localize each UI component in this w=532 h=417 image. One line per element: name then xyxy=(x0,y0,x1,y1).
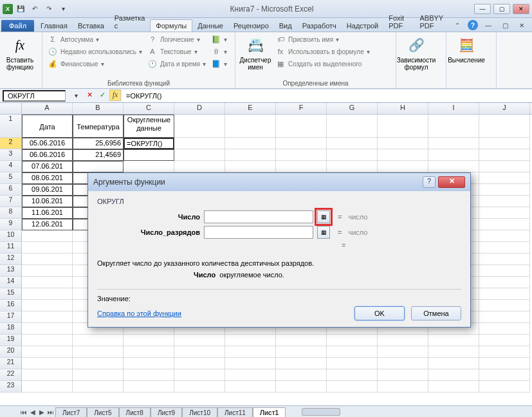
cell[interactable] xyxy=(22,346,73,358)
cell[interactable]: =ОКРУГЛ() xyxy=(124,138,174,149)
cell[interactable]: 21,4569 xyxy=(73,149,124,161)
cancel-formula-button[interactable]: ✕ xyxy=(84,89,95,101)
cell[interactable]: Дата xyxy=(22,115,73,138)
cell[interactable] xyxy=(378,335,428,346)
col-header[interactable]: I xyxy=(428,103,479,114)
cell[interactable] xyxy=(378,115,428,138)
col-header[interactable]: F xyxy=(276,103,327,114)
tab-abbyy[interactable]: ABBYY PDF xyxy=(414,12,451,32)
row-header[interactable]: 21 xyxy=(0,358,22,369)
cell[interactable] xyxy=(174,149,225,161)
cell[interactable] xyxy=(22,358,73,369)
cell[interactable] xyxy=(22,288,73,300)
cell[interactable] xyxy=(428,358,479,369)
cell[interactable] xyxy=(22,381,73,393)
cell[interactable] xyxy=(479,335,530,346)
cell[interactable] xyxy=(124,335,174,346)
cell[interactable] xyxy=(479,207,530,219)
arg2-input[interactable] xyxy=(204,226,313,239)
sheet-tab[interactable]: Лист9 xyxy=(151,407,182,418)
cell[interactable] xyxy=(22,369,73,381)
cell[interactable] xyxy=(378,138,428,149)
sheet-nav-last[interactable]: ⏭ xyxy=(46,409,55,416)
row-header[interactable]: 11 xyxy=(0,242,22,254)
cell[interactable] xyxy=(479,184,530,196)
cell[interactable] xyxy=(479,311,530,323)
row-header[interactable]: 18 xyxy=(0,323,22,335)
cell[interactable] xyxy=(73,381,124,393)
cell[interactable] xyxy=(378,358,428,369)
cell[interactable] xyxy=(73,346,124,358)
cell[interactable]: Температура xyxy=(73,115,124,138)
cell[interactable] xyxy=(225,335,276,346)
cell[interactable] xyxy=(276,138,327,149)
cell[interactable]: 08.06.201 xyxy=(22,172,73,184)
cell[interactable]: 10.06.201 xyxy=(22,196,73,207)
cell[interactable] xyxy=(428,381,479,393)
cell[interactable] xyxy=(22,335,73,346)
more-fn-2[interactable]: θ▾ xyxy=(210,46,228,57)
use-in-formula-button[interactable]: fxИспользовать в формуле ▾ xyxy=(274,46,371,57)
cell[interactable] xyxy=(428,335,479,346)
create-from-sel-button[interactable]: ▦Создать из выделенного xyxy=(274,58,371,70)
cell[interactable] xyxy=(22,277,73,288)
cell[interactable] xyxy=(124,149,174,161)
undo-button[interactable]: ↶ xyxy=(28,3,41,15)
col-header[interactable]: J xyxy=(479,103,530,114)
formula-input[interactable] xyxy=(122,90,532,102)
cell[interactable] xyxy=(378,346,428,358)
cell[interactable] xyxy=(174,161,225,172)
col-header[interactable]: B xyxy=(73,103,124,114)
row-header[interactable]: 16 xyxy=(0,300,22,311)
row-header[interactable]: 8 xyxy=(0,207,22,219)
maximize-button[interactable]: ▢ xyxy=(493,4,510,14)
row-header[interactable]: 19 xyxy=(0,335,22,346)
cell[interactable] xyxy=(124,369,174,381)
row-header[interactable]: 7 xyxy=(0,196,22,207)
cell[interactable] xyxy=(479,265,530,277)
cell[interactable] xyxy=(124,358,174,369)
cell[interactable]: Округленныеданные xyxy=(124,115,174,138)
row-header[interactable]: 5 xyxy=(0,172,22,184)
row-header[interactable]: 3 xyxy=(0,149,22,161)
help-icon[interactable]: ? xyxy=(468,20,478,30)
cancel-button[interactable]: Отмена xyxy=(411,306,461,320)
cell[interactable] xyxy=(327,335,378,346)
tab-foxit[interactable]: Foxit PDF xyxy=(383,12,414,32)
financial-button[interactable]: 💰Финансовые ▾ xyxy=(46,58,143,70)
cell[interactable] xyxy=(479,254,530,265)
cell[interactable] xyxy=(327,138,378,149)
cell[interactable] xyxy=(22,265,73,277)
cell[interactable] xyxy=(327,346,378,358)
cell[interactable] xyxy=(479,358,530,369)
cell[interactable] xyxy=(479,369,530,381)
horizontal-scrollbar[interactable] xyxy=(292,408,532,417)
sheet-tab[interactable]: Лист8 xyxy=(119,407,151,418)
cell[interactable] xyxy=(276,381,327,393)
assign-name-button[interactable]: 🏷Присвоить имя ▾ xyxy=(274,33,371,45)
row-header[interactable]: 17 xyxy=(0,311,22,323)
sheet-nav-next[interactable]: ▶ xyxy=(37,409,46,416)
cell[interactable] xyxy=(276,369,327,381)
row-header[interactable]: 4 xyxy=(0,161,22,172)
cell[interactable]: 12.06.201 xyxy=(22,219,73,230)
tab-data[interactable]: Данные xyxy=(192,20,228,32)
cell[interactable] xyxy=(479,149,530,161)
cell[interactable] xyxy=(225,115,276,138)
cell[interactable]: 25,6956 xyxy=(73,138,124,149)
row-header[interactable]: 15 xyxy=(0,288,22,300)
cell[interactable] xyxy=(276,115,327,138)
logical-button[interactable]: ?Логические ▾ xyxy=(146,33,207,45)
ribbon-minimize-icon[interactable]: ⌃ xyxy=(451,19,464,32)
cell[interactable] xyxy=(378,369,428,381)
cell[interactable] xyxy=(124,381,174,393)
cell[interactable] xyxy=(124,346,174,358)
sheet-tab[interactable]: Лист5 xyxy=(87,407,118,418)
cell[interactable] xyxy=(479,346,530,358)
row-header[interactable]: 10 xyxy=(0,230,22,242)
dialog-close-button[interactable]: ✕ xyxy=(438,176,465,188)
cell[interactable] xyxy=(378,161,428,172)
cell[interactable] xyxy=(327,381,378,393)
calculation-button[interactable]: 🧮 Вычисление xyxy=(450,33,482,88)
sheet-tab[interactable]: Лист10 xyxy=(182,407,217,418)
